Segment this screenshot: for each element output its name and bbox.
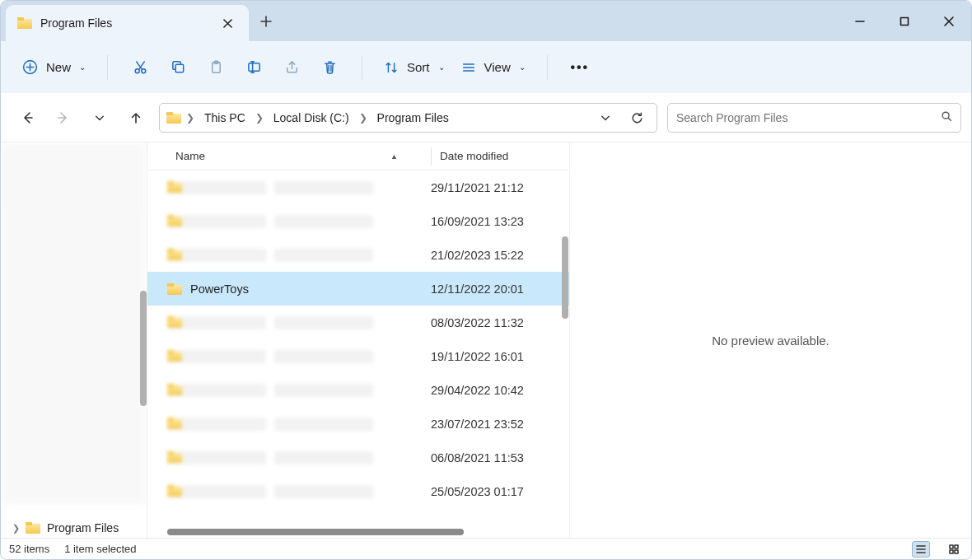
file-scrollbar-vertical[interactable] (562, 236, 568, 319)
file-row-selected[interactable]: PowerToys12/11/2022 20:01 (147, 272, 569, 306)
maximize-button[interactable] (882, 1, 927, 41)
recent-button[interactable] (86, 105, 113, 131)
file-row[interactable]: 29/04/2022 10:42 (147, 373, 569, 407)
chevron-down-icon: ⌄ (438, 63, 445, 72)
close-window-button[interactable] (927, 1, 971, 41)
crumb-local-disk[interactable]: Local Disk (C:) (269, 110, 354, 126)
file-row[interactable]: 16/09/2021 13:23 (147, 204, 569, 238)
file-date: 06/08/2021 11:53 (431, 451, 524, 464)
file-date: 23/07/2021 23:52 (431, 418, 524, 431)
folder-icon (17, 17, 32, 29)
chevron-right-icon: ❯ (12, 523, 20, 534)
rename-button[interactable] (235, 51, 273, 84)
folder-icon (167, 316, 266, 329)
share-button (273, 51, 311, 84)
file-row[interactable]: 25/05/2023 01:17 (147, 474, 569, 508)
file-date: 29/04/2022 10:42 (431, 384, 524, 397)
nav-item-label: Program Files (47, 521, 119, 534)
paste-button (197, 51, 235, 84)
view-label: View (484, 60, 511, 74)
folder-icon (166, 112, 181, 124)
file-row[interactable]: 06/08/2021 11:53 (147, 441, 569, 474)
svg-rect-11 (950, 550, 953, 553)
file-row[interactable]: 29/11/2021 21:12 (147, 170, 569, 204)
file-row[interactable]: 23/07/2021 23:52 (147, 407, 569, 441)
folder-icon (167, 384, 266, 397)
thumbnails-view-toggle[interactable] (945, 541, 963, 558)
delete-button[interactable] (311, 51, 348, 84)
tab-close-button[interactable] (217, 13, 237, 33)
navigation-pane[interactable]: ❯ Program Files (1, 142, 147, 538)
col-name-header[interactable]: Name ▲ (175, 150, 431, 162)
file-name (274, 316, 373, 329)
file-date: 29/11/2021 21:12 (431, 181, 524, 194)
svg-rect-9 (950, 545, 953, 548)
column-headers: Name ▲ Date modified (147, 142, 569, 170)
file-date: 21/02/2023 15:22 (431, 249, 524, 262)
svg-rect-10 (955, 545, 958, 548)
file-date: 16/09/2021 13:23 (431, 215, 524, 228)
status-item-count: 52 items (9, 543, 49, 555)
folder-icon (167, 451, 266, 464)
cut-button[interactable] (121, 51, 159, 84)
folder-icon (26, 522, 40, 534)
file-row[interactable]: 08/03/2022 11:32 (147, 306, 569, 339)
new-button[interactable]: New ⌄ (14, 54, 94, 80)
back-button[interactable] (14, 105, 40, 131)
tab-title: Program Files (40, 16, 209, 30)
folder-icon (167, 350, 266, 363)
file-date: 12/11/2022 20:01 (431, 282, 524, 296)
search-input[interactable] (676, 111, 934, 124)
preview-pane: No preview available. (569, 142, 971, 538)
file-name (274, 215, 373, 228)
svg-rect-4 (175, 64, 184, 72)
up-button[interactable] (123, 105, 149, 131)
folder-icon (167, 181, 266, 194)
file-name (274, 451, 373, 464)
file-row[interactable]: 19/11/2022 16:01 (147, 339, 569, 373)
status-bar: 52 items 1 item selected (1, 538, 971, 559)
details-view-toggle[interactable] (912, 541, 930, 558)
svg-rect-7 (248, 63, 259, 72)
file-list-pane: Name ▲ Date modified 29/11/2021 21:1216/… (147, 142, 569, 538)
nav-item-program-files[interactable]: ❯ Program Files (26, 521, 119, 534)
minimize-button[interactable] (838, 1, 882, 41)
file-scrollbar-horizontal[interactable] (167, 529, 464, 535)
chevron-down-icon: ⌄ (519, 63, 526, 72)
crumb-program-files[interactable]: Program Files (372, 110, 454, 126)
file-rows[interactable]: 29/11/2021 21:1216/09/2021 13:2321/02/20… (147, 170, 569, 526)
view-button[interactable]: View ⌄ (453, 55, 534, 80)
col-name-label: Name (175, 150, 205, 162)
search-box[interactable] (667, 103, 961, 133)
title-bar[interactable]: Program Files (1, 1, 971, 41)
col-date-label: Date modified (440, 150, 508, 162)
file-row[interactable]: 21/02/2023 15:22 (147, 238, 569, 272)
col-date-header[interactable]: Date modified (432, 150, 508, 162)
sort-button[interactable]: Sort ⌄ (376, 55, 453, 80)
file-name: PowerToys (190, 282, 249, 296)
file-date: 08/03/2022 11:32 (431, 316, 524, 329)
refresh-button[interactable] (624, 105, 650, 131)
file-scrollbar-horizontal-track (147, 526, 569, 538)
chevron-right-icon: ❯ (255, 112, 264, 124)
address-history-button[interactable] (592, 105, 619, 131)
folder-icon (167, 485, 266, 498)
toolbar: New ⌄ Sort ⌄ View ⌄ ••• (1, 41, 971, 94)
main-area: ❯ Program Files Name ▲ Date modified 29/… (1, 142, 971, 538)
more-button[interactable]: ••• (561, 51, 599, 84)
copy-button[interactable] (159, 51, 197, 84)
new-label: New (46, 60, 71, 74)
address-bar[interactable]: ❯ This PC ❯ Local Disk (C:) ❯ Program Fi… (159, 103, 657, 133)
folder-icon (167, 418, 266, 431)
search-icon (941, 110, 952, 125)
new-tab-button[interactable] (249, 1, 283, 41)
crumb-this-pc[interactable]: This PC (199, 110, 250, 126)
status-selection: 1 item selected (64, 543, 136, 555)
nav-scrollbar[interactable] (140, 291, 147, 406)
folder-icon (167, 283, 182, 295)
preview-message: No preview available. (712, 334, 829, 348)
svg-rect-12 (955, 550, 958, 553)
tab-program-files[interactable]: Program Files (6, 5, 249, 41)
forward-button (50, 105, 77, 131)
address-row: ❯ This PC ❯ Local Disk (C:) ❯ Program Fi… (1, 94, 971, 142)
